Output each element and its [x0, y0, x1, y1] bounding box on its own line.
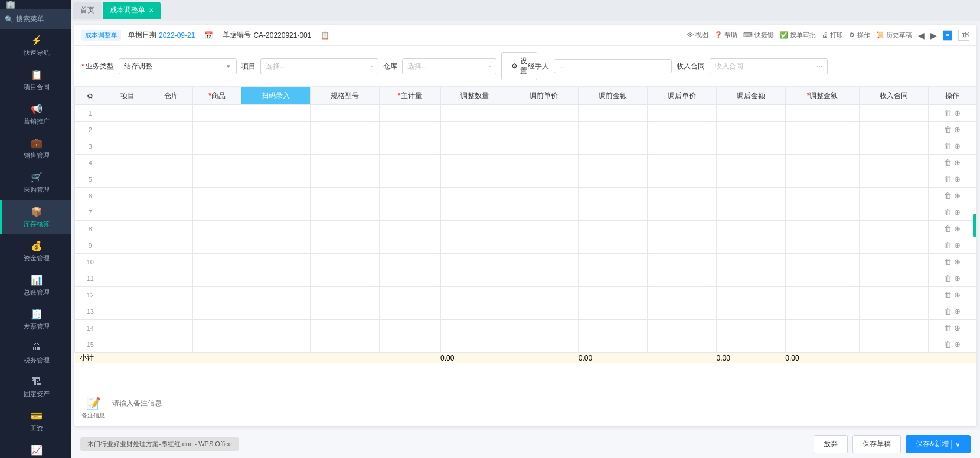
cell-warehouse[interactable] — [149, 155, 193, 171]
cell-project[interactable] — [106, 270, 149, 287]
cell-after-price[interactable] — [648, 336, 717, 353]
cell-project[interactable] — [106, 171, 149, 188]
row-copy-icon[interactable]: ⊕ — [954, 323, 961, 332]
cell-goods[interactable] — [193, 336, 241, 353]
cell-unit[interactable] — [379, 155, 440, 171]
cell-after-amount[interactable] — [716, 336, 785, 353]
cell-after-amount[interactable] — [716, 237, 785, 254]
cell-adjust-qty[interactable] — [440, 320, 509, 336]
revenue-contract-input[interactable]: 收入合同 ··· — [710, 58, 828, 74]
cell-warehouse[interactable] — [149, 336, 193, 353]
cell-adjust-qty[interactable] — [440, 270, 509, 287]
cell-adjust-qty[interactable] — [440, 188, 509, 204]
cell-before-price[interactable] — [509, 237, 579, 254]
notes-icon-section[interactable]: 📝 备注信息 — [81, 396, 105, 420]
handler-input[interactable]: ... — [554, 59, 672, 73]
cell-warehouse[interactable] — [149, 320, 193, 336]
cell-scan[interactable] — [241, 303, 311, 320]
cell-after-price[interactable] — [648, 303, 717, 320]
discard-button[interactable]: 放弃 — [814, 435, 848, 453]
cell-before-price[interactable] — [509, 320, 579, 336]
window-close-icon[interactable]: ✕ — [963, 30, 971, 39]
cell-after-amount[interactable] — [716, 270, 785, 287]
cell-spec[interactable] — [310, 155, 379, 171]
warehouse-input[interactable]: 选择... ··· — [402, 58, 496, 74]
cell-unit[interactable] — [379, 336, 440, 353]
row-delete-icon[interactable]: 🗑 — [944, 274, 952, 283]
cell-adjust-qty[interactable] — [440, 105, 509, 122]
cell-after-price[interactable] — [648, 270, 717, 287]
cell-adjust-qty[interactable] — [440, 155, 509, 171]
cell-spec[interactable] — [310, 105, 379, 122]
row-delete-icon[interactable]: 🗑 — [944, 307, 952, 316]
cell-revenue-contract[interactable] — [860, 336, 929, 353]
col-scan[interactable]: 扫码录入 — [241, 87, 311, 105]
cell-spec[interactable] — [310, 204, 379, 221]
cell-project[interactable] — [106, 204, 149, 221]
cell-before-amount[interactable] — [579, 287, 648, 303]
cell-project[interactable] — [106, 237, 149, 254]
save-draft-button[interactable]: 保存草稿 — [852, 435, 901, 453]
cell-warehouse[interactable] — [149, 122, 193, 138]
cell-scan[interactable] — [241, 105, 311, 122]
cell-after-price[interactable] — [648, 221, 717, 237]
cell-scan[interactable] — [241, 122, 311, 138]
cell-adjust-amount[interactable] — [785, 221, 859, 237]
cell-unit[interactable] — [379, 105, 440, 122]
cell-unit[interactable] — [379, 270, 440, 287]
cell-before-amount[interactable] — [579, 270, 648, 287]
row-delete-icon[interactable]: 🗑 — [944, 241, 952, 250]
cell-after-price[interactable] — [648, 237, 717, 254]
cell-unit[interactable] — [379, 204, 440, 221]
cell-after-amount[interactable] — [716, 188, 785, 204]
action-help[interactable]: ❓ 帮助 — [714, 31, 737, 40]
cell-goods[interactable] — [193, 105, 241, 122]
cell-revenue-contract[interactable] — [860, 204, 929, 221]
cell-scan[interactable] — [241, 188, 311, 204]
col-gear[interactable]: ⚙ — [75, 87, 106, 105]
cell-unit[interactable] — [379, 303, 440, 320]
row-copy-icon[interactable]: ⊕ — [954, 208, 961, 217]
sidebar-item-fixed-assets[interactable]: 🏗固定资产 — [0, 371, 71, 404]
cell-unit[interactable] — [379, 171, 440, 188]
sidebar-item-sales-mgmt[interactable]: 💼销售管理 — [0, 132, 71, 166]
cell-adjust-qty[interactable] — [440, 287, 509, 303]
cell-after-amount[interactable] — [716, 204, 785, 221]
row-delete-icon[interactable]: 🗑 — [944, 323, 952, 332]
cell-warehouse[interactable] — [149, 171, 193, 188]
tab-cost-adjust[interactable]: 成本调整单 ✕ — [103, 2, 161, 19]
cell-spec[interactable] — [310, 303, 379, 320]
sidebar-item-payroll[interactable]: 💳工资 — [0, 404, 71, 439]
sidebar-item-ledger[interactable]: 📊总账管理 — [0, 269, 71, 303]
row-delete-icon[interactable]: 🗑 — [944, 340, 952, 349]
cell-unit[interactable] — [379, 122, 440, 138]
cell-before-amount[interactable] — [579, 122, 648, 138]
row-copy-icon[interactable]: ⊕ — [954, 191, 961, 200]
cell-goods[interactable] — [193, 303, 241, 320]
cell-after-price[interactable] — [648, 204, 717, 221]
cell-adjust-qty[interactable] — [440, 254, 509, 270]
cell-revenue-contract[interactable] — [860, 287, 929, 303]
cell-before-amount[interactable] — [579, 204, 648, 221]
cell-scan[interactable] — [241, 204, 311, 221]
cell-spec[interactable] — [310, 138, 379, 155]
save-new-arrow[interactable]: ∨ — [951, 440, 961, 449]
notes-input[interactable] — [110, 396, 969, 417]
cell-adjust-qty[interactable] — [440, 138, 509, 155]
cell-after-amount[interactable] — [716, 221, 785, 237]
row-delete-icon[interactable]: 🗑 — [944, 142, 952, 151]
cell-project[interactable] — [106, 336, 149, 353]
cell-after-price[interactable] — [648, 105, 717, 122]
cell-unit[interactable] — [379, 188, 440, 204]
cell-spec[interactable] — [310, 221, 379, 237]
cell-adjust-qty[interactable] — [440, 237, 509, 254]
row-copy-icon[interactable]: ⊕ — [954, 241, 961, 250]
cell-before-amount[interactable] — [579, 254, 648, 270]
sidebar-item-fund-mgmt[interactable]: 💰资金管理 — [0, 234, 71, 269]
row-copy-icon[interactable]: ⊕ — [954, 224, 961, 233]
cell-goods[interactable] — [193, 122, 241, 138]
cell-adjust-amount[interactable] — [785, 138, 859, 155]
cell-before-price[interactable] — [509, 188, 579, 204]
cell-before-price[interactable] — [509, 254, 579, 270]
cell-warehouse[interactable] — [149, 138, 193, 155]
